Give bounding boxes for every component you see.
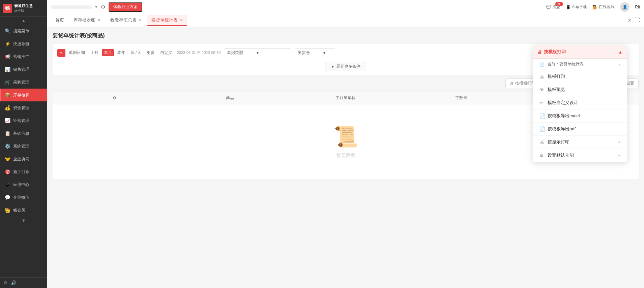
- sidebar-item-finance[interactable]: 💰 资金管理: [0, 101, 47, 114]
- enterprise-icon: 🤝: [4, 156, 10, 162]
- date-btn-last-month[interactable]: 上月: [88, 49, 100, 56]
- sidebar-settings-icon[interactable]: ⚙: [3, 280, 7, 285]
- sidebar-item-sales[interactable]: 📊 销售管理: [0, 63, 47, 76]
- dropdown-collapse-icon[interactable]: ▲: [618, 50, 622, 55]
- sidebar-item-basic[interactable]: 📋 基础信息: [0, 127, 47, 140]
- sidebar-item-quick-nav[interactable]: ⚡ 快捷导航: [0, 37, 47, 50]
- sidebar-scroll-up[interactable]: ▲: [0, 17, 47, 25]
- order-type-select[interactable]: 单据类型 ▾: [224, 48, 291, 57]
- date-btn-this-month[interactable]: 本月: [102, 49, 114, 56]
- inventory-icon: 📦: [4, 92, 10, 98]
- service-icon: 💁: [592, 5, 597, 9]
- sidebar-item-search[interactable]: 🔍 搜索菜单: [0, 25, 47, 37]
- export-pdf-icon: 📄: [539, 126, 545, 132]
- dropdown-item-display-print[interactable]: 🖨 按显示打印 ▾: [533, 136, 627, 149]
- sidebar-item-enterprise[interactable]: 🤝 企业协同: [0, 153, 47, 165]
- empty-text: 暂无数据: [336, 153, 355, 159]
- dropdown-item-export-pdf[interactable]: 📄 按模板导出pdf: [533, 123, 627, 136]
- topbar-right: 💬 消息 99+ 📱 App下载 💁 在线客服 👤 Rit: [546, 2, 640, 12]
- topbar-search[interactable]: [51, 5, 92, 9]
- quick-nav-icon: ⚡: [4, 41, 10, 47]
- dropdown-item-template-custom[interactable]: ✏ 模板自定义设计: [533, 96, 627, 109]
- dropdown-item-template-print[interactable]: 🖨 模板打印: [533, 70, 627, 83]
- app-icon: 📱: [4, 182, 10, 188]
- table-header-quantity: 主数量: [403, 95, 519, 101]
- sidebar-item-wechat[interactable]: 💬 企业微信: [0, 191, 47, 204]
- app-download-icon: 📱: [566, 5, 571, 9]
- export-excel-icon: 📄: [539, 113, 545, 119]
- dropdown-header[interactable]: 🖨 按模板打印 ▲: [533, 45, 627, 59]
- window-close-icon[interactable]: ✕: [627, 17, 632, 24]
- order-type-dropdown-icon: ▾: [257, 51, 259, 55]
- sidebar-item-member[interactable]: 👑 畅会员: [0, 204, 47, 217]
- dropdown-item-export-excel[interactable]: 📄 按模板导出excel: [533, 109, 627, 123]
- template-preview-icon: 👁: [539, 87, 545, 92]
- sidebar-item-operation[interactable]: 📈 经营管理: [0, 114, 47, 127]
- logo-icon: 畅: [3, 4, 12, 13]
- date-btn-7days[interactable]: 近7天: [129, 49, 143, 56]
- online-service-button[interactable]: 💁 在线客服: [592, 4, 615, 10]
- filter-expand-button[interactable]: »: [57, 49, 65, 57]
- date-label: 单据日期: [69, 50, 85, 56]
- print-icon: 🖨: [510, 81, 514, 86]
- tab-order-stats[interactable]: 要货单统计表 ✕: [147, 15, 187, 26]
- template-print-icon: 🖨: [539, 74, 545, 79]
- dropdown-print-icon: 🖨: [537, 50, 542, 55]
- current-template-arrow: ▾: [618, 62, 620, 67]
- page-content: 要货单统计表(按商品) » 单据日期 上月 本月 本年 近7天 更多 自定义 2…: [47, 27, 644, 288]
- tab-batch-account-close[interactable]: ✕: [97, 18, 101, 23]
- sidebar: 畅 畅通好生意 标准版 ▲ 🔍 搜索菜单 ⚡ 快捷导航 📢 营销推广 📊 销售管…: [0, 0, 47, 288]
- sidebar-bottom: ⚙ 🔊: [0, 277, 47, 288]
- app-download-button[interactable]: 📱 App下载: [566, 4, 587, 10]
- tab-home[interactable]: 首页: [51, 15, 68, 26]
- date-btn-custom[interactable]: 自定义: [158, 49, 174, 56]
- date-btn-this-year[interactable]: 本年: [115, 49, 127, 56]
- topbar: ▾ ⚙ 体验行业方案 💬 消息 99+ 📱 App下载 💁 在线客服 👤 Rit: [47, 0, 644, 14]
- wechat-icon: 💬: [4, 194, 10, 200]
- expand-more-button[interactable]: ▼ 展开更多条件: [325, 62, 366, 71]
- default-func-icon: ⚙: [539, 153, 545, 158]
- date-options: 上月 本月 本年 近7天 更多 自定义 2023-06-01 至 2023-06…: [88, 49, 221, 56]
- guide-icon: 🎯: [4, 169, 10, 175]
- display-print-icon: 🖨: [539, 139, 545, 145]
- window-expand-icon[interactable]: ⛶: [635, 17, 640, 24]
- date-btn-more[interactable]: 更多: [145, 49, 157, 56]
- sidebar-scroll-down[interactable]: ▼: [0, 217, 47, 224]
- system-icon: ⚙️: [4, 143, 10, 149]
- dropdown-arrow-icon[interactable]: ▾: [95, 4, 97, 9]
- sidebar-logo: 畅 畅通好生意 标准版: [0, 0, 47, 17]
- window-controls: ✕ ⛶: [627, 17, 640, 24]
- default-func-arrow: ▾: [618, 153, 620, 158]
- table-header-gear[interactable]: ⚙: [57, 96, 172, 100]
- expand-icon: ▼: [331, 64, 335, 69]
- experience-button[interactable]: 体验行业方案: [109, 2, 142, 12]
- print-dropdown-menu: 🖨 按模板打印 ▲ 📄 当前：要货单统计表 ▾ 🖨 模板打印 👁 模板预览 ✏: [533, 45, 627, 162]
- tab-order-stats-close[interactable]: ✕: [180, 18, 183, 23]
- current-template-icon: 📄: [539, 62, 545, 67]
- tab-batch-account[interactable]: 库存批次账 ✕: [69, 15, 105, 26]
- tab-collection-summary[interactable]: 收发存汇总表 ✕: [106, 15, 146, 26]
- operation-icon: 📈: [4, 118, 10, 124]
- sidebar-item-inventory[interactable]: 📦 库存核算: [0, 89, 47, 101]
- sidebar-item-guide[interactable]: 🎯 新手引导: [0, 165, 47, 178]
- sidebar-item-purchase[interactable]: 🛒 采购管理: [0, 76, 47, 89]
- user-avatar[interactable]: 👤: [620, 2, 630, 12]
- template-custom-icon: ✏: [539, 100, 545, 105]
- dropdown-item-default-func[interactable]: ⚙ 设置默认功能 ▾: [533, 149, 627, 162]
- dropdown-item-template-preview[interactable]: 👁 模板预览: [533, 83, 627, 96]
- sidebar-item-app[interactable]: 📱 应用中心: [0, 178, 47, 191]
- tab-collection-summary-close[interactable]: ✕: [139, 18, 142, 23]
- member-icon: 👑: [4, 207, 10, 213]
- logo-text: 畅通好生意 标准版: [14, 3, 33, 13]
- notification-button[interactable]: 💬 消息 99+: [546, 4, 560, 10]
- table-header-unit: 主计量单位: [288, 95, 404, 101]
- page-title: 要货单统计表(按商品): [53, 32, 639, 39]
- sidebar-item-marketing[interactable]: 📢 营销推广: [0, 50, 47, 63]
- marketing-icon: 📢: [4, 54, 10, 60]
- main-content: ▾ ⚙ 体验行业方案 💬 消息 99+ 📱 App下载 💁 在线客服 👤 Rit: [47, 0, 644, 288]
- topbar-gear-icon[interactable]: ⚙: [101, 4, 105, 10]
- sidebar-item-system[interactable]: ⚙️ 系统管理: [0, 140, 47, 153]
- warehouse-select[interactable]: 要货仓 ▾: [295, 48, 335, 57]
- sidebar-audio-icon[interactable]: 🔊: [11, 280, 16, 285]
- display-print-arrow: ▾: [618, 140, 620, 145]
